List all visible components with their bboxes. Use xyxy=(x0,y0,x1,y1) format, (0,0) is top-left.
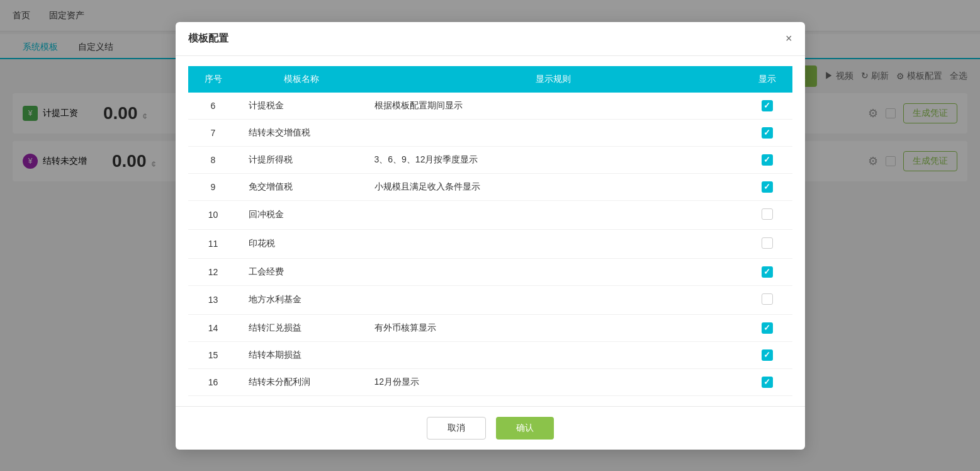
config-table: 序号 模板名称 显示规则 显示 6计提税金根据模板配置期间显示7结转未交增值税8… xyxy=(188,66,792,396)
cell-seq-7: 13 xyxy=(188,285,239,314)
checkbox-10[interactable] xyxy=(762,377,773,388)
cell-name-4: 回冲税金 xyxy=(239,200,364,229)
cell-rule-10: 12月份显示 xyxy=(364,368,742,395)
table-row: 11印花税 xyxy=(188,229,792,258)
cell-name-9: 结转本期损益 xyxy=(239,341,364,368)
table-row: 6计提税金根据模板配置期间显示 xyxy=(188,93,792,120)
checkbox-8[interactable] xyxy=(762,322,773,334)
checkbox-1[interactable] xyxy=(762,127,773,139)
cell-check-10 xyxy=(742,368,792,395)
modal-overlay: 模板配置 × 序号 模板名称 显示规则 显示 6计提税金根据模板配置期间显示7结… xyxy=(0,0,980,471)
table-row: 9免交增值税小规模且满足收入条件显示 xyxy=(188,173,792,200)
table-row: 16结转未分配利润12月份显示 xyxy=(188,368,792,395)
cell-check-4 xyxy=(742,200,792,229)
cell-name-1: 结转未交增值税 xyxy=(239,119,364,146)
cell-seq-3: 9 xyxy=(188,173,239,200)
checkbox-3[interactable] xyxy=(762,181,773,193)
modal-close-button[interactable]: × xyxy=(786,32,792,45)
modal-header: 模板配置 × xyxy=(176,22,805,56)
cell-seq-2: 8 xyxy=(188,146,239,173)
cell-rule-6 xyxy=(364,258,742,285)
cell-name-6: 工会经费 xyxy=(239,258,364,285)
cell-check-6 xyxy=(742,258,792,285)
col-header-rule: 显示规则 xyxy=(364,66,742,93)
cell-rule-4 xyxy=(364,200,742,229)
checkbox-5[interactable] xyxy=(762,237,773,249)
checkbox-9[interactable] xyxy=(762,349,773,361)
cell-check-3 xyxy=(742,173,792,200)
confirm-button[interactable]: 确认 xyxy=(496,417,554,440)
checkbox-2[interactable] xyxy=(762,154,773,166)
modal-body: 序号 模板名称 显示规则 显示 6计提税金根据模板配置期间显示7结转未交增值税8… xyxy=(176,56,805,406)
cell-seq-0: 6 xyxy=(188,93,239,120)
checkbox-4[interactable] xyxy=(762,208,773,220)
cell-check-2 xyxy=(742,146,792,173)
cell-rule-8: 有外币核算显示 xyxy=(364,314,742,341)
cell-name-3: 免交增值税 xyxy=(239,173,364,200)
cell-name-8: 结转汇兑损益 xyxy=(239,314,364,341)
checkbox-0[interactable] xyxy=(762,100,773,111)
col-header-seq: 序号 xyxy=(188,66,239,93)
cell-seq-6: 12 xyxy=(188,258,239,285)
col-header-name: 模板名称 xyxy=(239,66,364,93)
modal-template-config: 模板配置 × 序号 模板名称 显示规则 显示 6计提税金根据模板配置期间显示7结… xyxy=(176,22,805,450)
table-row: 7结转未交增值税 xyxy=(188,119,792,146)
cell-check-5 xyxy=(742,229,792,258)
cell-name-0: 计提税金 xyxy=(239,93,364,120)
cell-seq-8: 14 xyxy=(188,314,239,341)
cell-seq-4: 10 xyxy=(188,200,239,229)
modal-title: 模板配置 xyxy=(188,32,228,45)
cell-rule-5 xyxy=(364,229,742,258)
cell-name-7: 地方水利基金 xyxy=(239,285,364,314)
checkbox-6[interactable] xyxy=(762,266,773,278)
cell-rule-1 xyxy=(364,119,742,146)
cell-seq-5: 11 xyxy=(188,229,239,258)
cell-seq-9: 15 xyxy=(188,341,239,368)
modal-footer: 取消 确认 xyxy=(176,406,805,450)
table-row: 14结转汇兑损益有外币核算显示 xyxy=(188,314,792,341)
cell-name-10: 结转未分配利润 xyxy=(239,368,364,395)
table-row: 12工会经费 xyxy=(188,258,792,285)
cell-check-8 xyxy=(742,314,792,341)
cell-check-7 xyxy=(742,285,792,314)
cell-check-9 xyxy=(742,341,792,368)
cell-name-2: 计提所得税 xyxy=(239,146,364,173)
cell-rule-9 xyxy=(364,341,742,368)
table-row: 13地方水利基金 xyxy=(188,285,792,314)
table-row: 15结转本期损益 xyxy=(188,341,792,368)
col-header-show: 显示 xyxy=(742,66,792,93)
table-row: 8计提所得税3、6、9、12月按季度显示 xyxy=(188,146,792,173)
cell-name-5: 印花税 xyxy=(239,229,364,258)
cell-rule-7 xyxy=(364,285,742,314)
cell-seq-10: 16 xyxy=(188,368,239,395)
cell-check-0 xyxy=(742,93,792,120)
cell-rule-3: 小规模且满足收入条件显示 xyxy=(364,173,742,200)
checkbox-7[interactable] xyxy=(762,293,773,305)
cell-rule-0: 根据模板配置期间显示 xyxy=(364,93,742,120)
cell-check-1 xyxy=(742,119,792,146)
cancel-button[interactable]: 取消 xyxy=(427,417,486,440)
cell-rule-2: 3、6、9、12月按季度显示 xyxy=(364,146,742,173)
cell-seq-1: 7 xyxy=(188,119,239,146)
table-row: 10回冲税金 xyxy=(188,200,792,229)
